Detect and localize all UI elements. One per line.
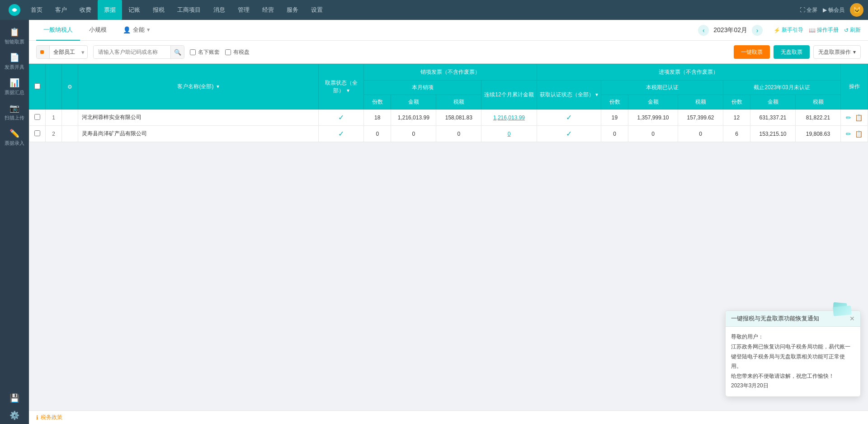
manual-button[interactable]: 📖 操作手册 — [809, 26, 839, 34]
nav-services[interactable]: 服务 — [280, 0, 305, 20]
nav-invoices[interactable]: 票据 — [98, 0, 122, 20]
tab-small-scale[interactable]: 小规模 — [82, 20, 114, 41]
notif-line-1: 尊敬的用户： — [731, 332, 855, 342]
invoice-summary-icon: 📊 — [9, 78, 19, 88]
nav-home[interactable]: 首页 — [24, 0, 49, 20]
smart-fetch-icon: 📋 — [9, 27, 19, 37]
cert-check-icon: ✓ — [566, 114, 572, 121]
employee-select-dropdown[interactable]: 全部员工 ▾ — [36, 45, 88, 59]
th-num — [46, 64, 62, 110]
account-filter-checkbox[interactable]: 名下账套 — [190, 48, 220, 56]
settings-gear-icon[interactable]: ⚙ — [67, 84, 72, 90]
nav-settings[interactable]: 设置 — [305, 0, 329, 20]
th-customer-name: 客户名称(全部) ▾ — [78, 64, 319, 110]
account-filter-input[interactable] — [190, 49, 196, 55]
invoice-issue-icon: 📄 — [9, 52, 19, 62]
nav-business[interactable]: 工商项目 — [171, 0, 207, 20]
nav-management[interactable]: 管理 — [231, 0, 256, 20]
sidebar-item-invoice-issue[interactable]: 📄 发票开具 — [0, 49, 29, 74]
row2-uncert-count: 6 — [723, 126, 750, 142]
th-cert-count: 份数 — [601, 95, 628, 110]
row2-status: ✓ — [319, 126, 364, 142]
tax-device-filter-checkbox[interactable]: 有税盘 — [225, 48, 250, 56]
sidebar-item-smart-fetch[interactable]: 📋 智能取票 — [0, 24, 29, 49]
sidebar-item-invoice-entry[interactable]: ✏️ 票据录入 — [0, 125, 29, 150]
row1-uncert-tax: 81,822.21 — [796, 110, 841, 126]
current-month: 2023年02月 — [713, 26, 747, 34]
row1-uncert-count: 12 — [723, 110, 750, 126]
row2-uncert-tax: 19,808.63 — [796, 126, 841, 142]
row1-cert-status: ✓ — [537, 110, 601, 126]
notification-title: 一键报税与无盘取票功能恢复通知 — [731, 314, 819, 323]
row1-checkbox[interactable] — [29, 110, 46, 126]
row1-status: ✓ — [319, 110, 364, 126]
row1-edit-icon[interactable]: ✏ — [846, 114, 851, 121]
new-guide-button[interactable]: ⚡ 新手引导 — [774, 26, 803, 34]
notification-close-button[interactable]: ✕ — [849, 315, 855, 322]
row1-operations: ✏ 📋 — [841, 110, 868, 126]
next-month-button[interactable]: › — [752, 25, 763, 36]
table-row: 2 灵寿县尚泽矿产品有限公司 ✓ 0 0 0 0 ✓ 0 0 0 6 153,2… — [29, 126, 868, 142]
membership-icon: ▶ — [823, 7, 827, 13]
nav-tax[interactable]: 报税 — [146, 0, 171, 20]
row1-monthly-tax: 158,081.83 — [436, 110, 481, 126]
membership-button[interactable]: ▶ 畅会员 — [823, 6, 844, 14]
customer-search-input[interactable] — [94, 46, 170, 58]
status-check-icon: ✓ — [338, 114, 344, 121]
row2-copy-icon[interactable]: 📋 — [855, 130, 863, 138]
row1-monthly-count: 18 — [364, 110, 391, 126]
tab-general-taxpayer[interactable]: 一般纳税人 — [36, 20, 80, 41]
customer-search-box: 🔍 — [93, 45, 184, 59]
row1-cert-count: 19 — [601, 110, 628, 126]
row1-customer: 河北柯蓉梓实业有限公司 — [78, 110, 319, 126]
sidebar-item-download[interactable]: 💾 — [9, 390, 19, 407]
no-device-fetch-button[interactable]: 无盘取票 — [774, 45, 810, 59]
th-cumulative: 连续12个月累计金额 — [481, 81, 537, 110]
employee-dropdown-arrow-icon: ▾ — [79, 49, 87, 56]
row2-cert-count: 0 — [601, 126, 628, 142]
employee-select-value: 全部员工 — [50, 46, 79, 58]
tax-device-filter-input[interactable] — [225, 49, 231, 55]
manual-icon: 📖 — [809, 27, 816, 33]
fullscreen-button[interactable]: ⛶ 全屏 — [800, 6, 817, 14]
status-filter-icon[interactable]: ▾ — [347, 87, 349, 94]
th-sales-tax: 税额 — [436, 95, 481, 110]
help-icon: ⚙️ — [9, 410, 19, 420]
row1-copy-icon[interactable]: 📋 — [855, 114, 863, 121]
select-all-checkbox[interactable] — [34, 83, 40, 89]
row1-cumulative[interactable]: 1,216,013.99 — [481, 110, 537, 126]
nav-right-actions: ⛶ 全屏 ▶ 畅会员 🐱 — [800, 3, 863, 17]
no-device-ops-dropdown[interactable]: 无盘取票操作 ▾ — [813, 45, 861, 59]
nav-accounting[interactable]: 记账 — [122, 0, 146, 20]
row2-edit-icon[interactable]: ✏ — [846, 130, 851, 138]
nav-operations[interactable]: 经营 — [256, 0, 280, 20]
notif-decoration-1 — [833, 306, 852, 316]
tab-action-buttons: ⚡ 新手引导 📖 操作手册 ↺ 刷新 — [774, 26, 861, 34]
th-settings: ⚙ — [62, 64, 78, 110]
search-submit-button[interactable]: 🔍 — [170, 46, 184, 58]
tab-all[interactable]: 👤 全能 ▾ — [116, 20, 157, 41]
th-sales-group: 销项发票（不含作废票） — [364, 64, 537, 81]
notification-body: 尊敬的用户： 江苏政务网已恢复访问电子税务局功能，易代账一键登陆电子税务局与无盘… — [726, 327, 860, 396]
nav-messages[interactable]: 消息 — [207, 0, 231, 20]
tax-policy-link[interactable]: 税务政策 — [41, 414, 62, 421]
one-click-fetch-button[interactable]: 一键取票 — [734, 45, 770, 59]
row2-cumulative[interactable]: 0 — [481, 126, 537, 142]
nav-customers[interactable]: 客户 — [49, 0, 73, 20]
th-sales-count: 份数 — [364, 95, 391, 110]
invoice-table: ⚙ 客户名称(全部) ▾ 取票状态（全部） ▾ 销项发票（不含作废票） 进项发票… — [29, 64, 868, 142]
employee-select-label — [37, 46, 50, 58]
sidebar-item-scan-upload[interactable]: 📷 扫描上传 — [0, 100, 29, 125]
row2-checkbox[interactable] — [29, 126, 46, 142]
cert-filter-icon[interactable]: ▾ — [595, 91, 598, 98]
filter-icon[interactable]: ▾ — [217, 83, 219, 90]
refresh-button[interactable]: ↺ 刷新 — [844, 26, 861, 34]
sidebar-item-help[interactable]: ⚙️ — [9, 407, 19, 424]
sidebar-item-invoice-summary[interactable]: 📊 票据汇总 — [0, 74, 29, 100]
row1-monthly-amount: 1,216,013.99 — [391, 110, 436, 126]
row2-num: 2 — [46, 126, 62, 142]
prev-month-button[interactable]: ‹ — [698, 25, 709, 36]
invoice-entry-icon: ✏️ — [9, 129, 19, 138]
nav-billing[interactable]: 收费 — [73, 0, 98, 20]
user-avatar[interactable]: 🐱 — [850, 3, 863, 17]
